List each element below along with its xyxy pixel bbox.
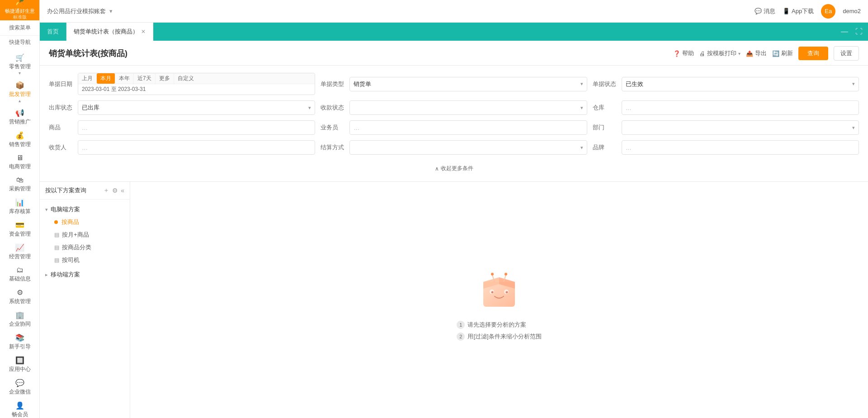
topbar-dropdown-icon[interactable]: ▾ bbox=[109, 8, 113, 14]
settlement-control[interactable]: ▾ bbox=[349, 140, 587, 155]
sidebar-item-basic[interactable]: 🗂 基础信息 bbox=[0, 263, 39, 285]
tab-maximize-icon[interactable]: ⛶ bbox=[854, 26, 864, 38]
collapse-btn[interactable]: ∧ 收起更多条件 bbox=[429, 163, 479, 174]
query-btn[interactable]: 查询 bbox=[798, 47, 828, 60]
tip-num-1: 1 bbox=[457, 321, 465, 329]
date-filter-control[interactable]: 上月 本月 本年 近7天 更多 自定义 2023-03-01 至 2023-03… bbox=[78, 73, 315, 95]
settings-btn[interactable]: 设置 bbox=[834, 46, 859, 61]
sidebar-item-label-operation: 经营管理 bbox=[9, 253, 31, 261]
scheme-tree: ▾ 电脑端方案 按商品 ▤ 按月+商品 bbox=[40, 200, 130, 418]
sidebar-item-purchase[interactable]: 🛍 采购管理 bbox=[0, 173, 39, 195]
scheme-collapse-icon[interactable]: « bbox=[121, 187, 124, 194]
member-icon: 👤 bbox=[15, 401, 24, 410]
export-btn[interactable]: 📤 导出 bbox=[746, 49, 767, 57]
sidebar-item-sales[interactable]: 💰 销售管理 bbox=[0, 128, 39, 151]
export-icon: 📤 bbox=[746, 50, 753, 57]
sidebar-item-member[interactable]: 👤 畅会员 bbox=[0, 399, 39, 418]
retail-arrow: ▾ bbox=[19, 71, 21, 76]
refresh-btn[interactable]: 🔄 刷新 bbox=[772, 49, 793, 57]
sidebar-item-label-company: 企业协同 bbox=[9, 320, 31, 328]
sidebar-item-company[interactable]: 🏢 企业协同 bbox=[0, 308, 39, 331]
sidebar-item-guide[interactable]: 📚 新手引导 bbox=[0, 331, 39, 353]
doc-status-control[interactable]: 已生效 ▾ bbox=[622, 77, 859, 91]
sidebar-item-system[interactable]: ⚙ 系统管理 bbox=[0, 285, 39, 308]
scheme-active-indicator bbox=[54, 220, 58, 224]
tab-home[interactable]: 首页 bbox=[40, 23, 66, 41]
scheme-add-icon[interactable]: ＋ bbox=[103, 186, 109, 195]
warehouse-placeholder: … bbox=[626, 104, 855, 111]
sidebar-item-wholesale[interactable]: 📦 批发管理 ▴ bbox=[0, 78, 39, 106]
brand-control[interactable]: … bbox=[622, 140, 859, 155]
avatar-text: Ea bbox=[825, 8, 832, 14]
tab-sales-stats[interactable]: 销货单统计表（按商品） ✕ bbox=[66, 23, 153, 41]
svg-point-10 bbox=[505, 273, 507, 276]
payment-control[interactable]: ▾ bbox=[349, 100, 587, 115]
app-download-btn[interactable]: 📱 App下载 bbox=[783, 7, 814, 15]
sidebar-item-marketing[interactable]: 📢 营销推广 bbox=[0, 106, 39, 128]
filter-doc-status: 单据状态 已生效 ▾ bbox=[593, 77, 859, 91]
scheme-group-header-mobile[interactable]: ▸ 移动端方案 bbox=[40, 268, 130, 281]
sidebar-item-finance[interactable]: 💳 资金管理 bbox=[0, 218, 39, 241]
scheme-child-by-cashier[interactable]: ▤ 按司机 bbox=[49, 254, 130, 266]
date-seg-last-month[interactable]: 上月 bbox=[78, 73, 97, 84]
empty-tip-2-text: 用[过滤]条件来缩小分析范围 bbox=[467, 332, 541, 341]
staff-placeholder: … bbox=[354, 124, 583, 131]
date-seg-this-year[interactable]: 本年 bbox=[115, 73, 134, 84]
tab-close-icon[interactable]: ✕ bbox=[141, 28, 146, 35]
sidebar-item-wechat[interactable]: 💬 企业微信 bbox=[0, 376, 39, 399]
scheme-child-by-month-goods[interactable]: ▤ 按月+商品 bbox=[49, 228, 130, 241]
date-seg-this-month[interactable]: 本月 bbox=[97, 73, 115, 84]
content: 销货单统计表(按商品) ❓ 帮助 🖨 按模板打印 ▾ 📤 bbox=[40, 41, 868, 418]
sidebar-nav-section: 🛒 零售管理 ▾ 📦 批发管理 ▴ 📢 营销推广 💰 销售管理 🖥 电商管理 🛍… bbox=[0, 48, 39, 418]
quick-nav[interactable]: 快捷导航 bbox=[0, 36, 39, 48]
goods-control[interactable]: … bbox=[78, 120, 315, 135]
staff-control[interactable]: … bbox=[349, 120, 587, 135]
system-icon: ⚙ bbox=[17, 288, 23, 297]
sidebar-item-label-system: 系统管理 bbox=[9, 298, 31, 305]
user-avatar[interactable]: Ea bbox=[821, 4, 835, 19]
page-title: 销货单统计表(按商品) bbox=[49, 48, 127, 59]
sidebar-item-operation[interactable]: 📈 经营管理 bbox=[0, 241, 39, 263]
date-seg-7days[interactable]: 近7天 bbox=[134, 73, 156, 84]
filter-brand: 品牌 … bbox=[593, 140, 859, 155]
doc-status-arrow: ▾ bbox=[852, 81, 855, 87]
scheme-group-header-desktop[interactable]: ▾ 电脑端方案 bbox=[40, 203, 130, 216]
dept-arrow: ▾ bbox=[852, 125, 855, 131]
settlement-label: 结算方式 bbox=[321, 143, 346, 152]
scheme-child-label-by-month-goods: 按月+商品 bbox=[62, 231, 89, 239]
search-menu[interactable]: 搜索菜单 bbox=[0, 20, 39, 36]
empty-state: 1 请先选择要分析的方案 2 用[过滤]条件来缩小分析范围 bbox=[457, 259, 541, 341]
help-btn[interactable]: ❓ 帮助 bbox=[673, 49, 694, 57]
scheme-child-by-goods[interactable]: 按商品 bbox=[49, 216, 130, 228]
out-status-control[interactable]: 已出库 ▾ bbox=[78, 100, 315, 115]
dept-control[interactable]: ▾ bbox=[622, 120, 859, 135]
warehouse-control[interactable]: … bbox=[622, 100, 859, 115]
doc-type-control[interactable]: 销货单 ▾ bbox=[349, 77, 587, 91]
sidebar-item-ecommerce[interactable]: 🖥 电商管理 bbox=[0, 151, 39, 173]
brand-label: 品牌 bbox=[593, 143, 618, 152]
date-label: 单据日期 bbox=[49, 80, 74, 88]
scheme-settings-icon[interactable]: ⚙ bbox=[112, 187, 118, 194]
sidebar-item-stock[interactable]: 📊 库存核算 bbox=[0, 195, 39, 218]
scheme-child-by-category[interactable]: ▤ 按商品分类 bbox=[49, 241, 130, 254]
consignee-control[interactable]: … bbox=[78, 140, 315, 155]
filter-row-1: 单据日期 上月 本月 本年 近7天 更多 自定义 2023-03-01 至 20… bbox=[49, 73, 859, 95]
date-seg-custom[interactable]: 自定义 bbox=[174, 73, 198, 84]
page-actions: ❓ 帮助 🖨 按模板打印 ▾ 📤 导出 🔄 bbox=[673, 46, 859, 61]
sales-icon: 💰 bbox=[15, 131, 24, 140]
sidebar-item-label-basic: 基础信息 bbox=[9, 275, 31, 283]
sidebar-item-retail[interactable]: 🛒 零售管理 ▾ bbox=[0, 51, 39, 78]
payment-arrow: ▾ bbox=[580, 105, 583, 111]
message-btn[interactable]: 💬 消息 bbox=[755, 7, 775, 15]
print-btn[interactable]: 🖨 按模板打印 ▾ bbox=[699, 49, 741, 57]
staff-label: 业务员 bbox=[321, 124, 346, 132]
marketing-icon: 📢 bbox=[15, 109, 24, 117]
consignee-label: 收货人 bbox=[49, 143, 74, 152]
tab-minimize-icon[interactable]: — bbox=[839, 26, 850, 38]
collapse-row: ∧ 收起更多条件 bbox=[49, 160, 859, 174]
guide-icon: 📚 bbox=[15, 333, 24, 342]
filter-dept: 部门 ▾ bbox=[593, 120, 859, 135]
date-seg-more[interactable]: 更多 bbox=[156, 73, 174, 84]
filter-panel: 单据日期 上月 本月 本年 近7天 更多 自定义 2023-03-01 至 20… bbox=[40, 66, 868, 182]
sidebar-item-appstore[interactable]: 🔲 应用中心 bbox=[0, 353, 39, 376]
